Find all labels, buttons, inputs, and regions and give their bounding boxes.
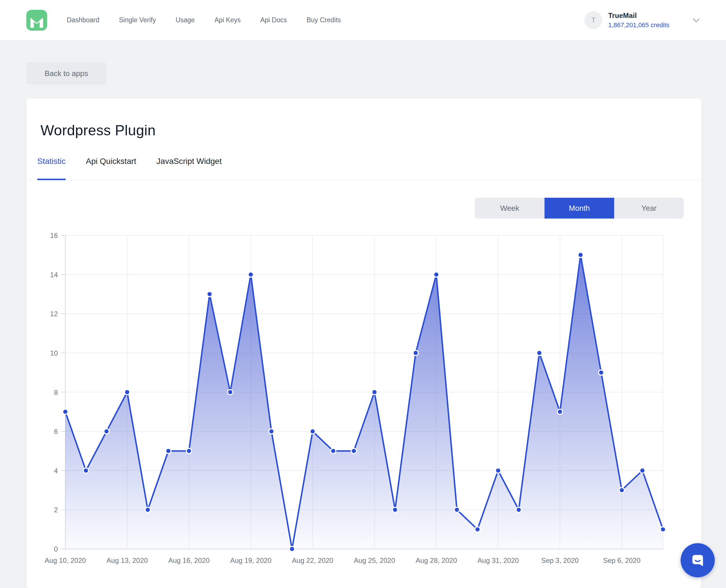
svg-text:8: 8 [54, 388, 58, 396]
account-credits[interactable]: 1,867,201,065 credits [608, 21, 669, 29]
chat-launcher-button[interactable] [681, 543, 715, 577]
svg-text:Aug 19, 2020: Aug 19, 2020 [230, 556, 271, 564]
svg-text:12: 12 [50, 310, 58, 318]
nav-buy-credits[interactable]: Buy Credits [307, 16, 341, 24]
nav-usage[interactable]: Usage [175, 16, 194, 24]
svg-text:6: 6 [54, 427, 58, 435]
svg-text:Aug 13, 2020: Aug 13, 2020 [107, 556, 148, 564]
chevron-down-icon[interactable] [692, 16, 701, 25]
range-month-button[interactable]: Month [544, 198, 614, 218]
top-nav-bar: Dashboard Single Verify Usage Api Keys A… [0, 0, 726, 40]
svg-text:0: 0 [54, 545, 58, 553]
nav-api-docs[interactable]: Api Docs [260, 16, 287, 24]
usage-area-chart: 0246810121416Aug 10, 2020Aug 13, 2020Aug… [29, 226, 682, 575]
range-year-button[interactable]: Year [614, 198, 684, 218]
svg-text:Sep 6, 2020: Sep 6, 2020 [603, 556, 640, 564]
svg-text:Aug 22, 2020: Aug 22, 2020 [292, 556, 333, 564]
range-week-button[interactable]: Week [475, 198, 544, 218]
account-name: TrueMail [608, 12, 669, 20]
tab-api-quickstart[interactable]: Api Quickstart [86, 157, 136, 180]
tab-javascript-widget[interactable]: JavaScript Widget [156, 157, 222, 180]
svg-text:Sep 3, 2020: Sep 3, 2020 [541, 556, 579, 564]
svg-text:16: 16 [50, 232, 58, 239]
usage-chart: 0246810121416Aug 10, 2020Aug 13, 2020Aug… [29, 226, 682, 575]
chat-bubble-icon [688, 551, 707, 569]
svg-text:2: 2 [54, 506, 58, 514]
nav-dashboard[interactable]: Dashboard [67, 16, 100, 24]
back-to-apps-button[interactable]: Back to apps [26, 62, 106, 85]
avatar: T [584, 11, 602, 29]
avatar-initial: T [591, 16, 596, 24]
tabs-row: Statistic Api Quickstart JavaScript Widg… [26, 157, 701, 181]
svg-text:4: 4 [54, 467, 58, 475]
mail-m-logo-icon [26, 10, 47, 30]
svg-text:Aug 28, 2020: Aug 28, 2020 [415, 556, 457, 564]
account-menu[interactable]: T TrueMail 1,867,201,065 credits [584, 11, 701, 29]
svg-text:Aug 16, 2020: Aug 16, 2020 [168, 556, 210, 564]
svg-text:14: 14 [50, 271, 58, 279]
main-nav: Dashboard Single Verify Usage Api Keys A… [67, 16, 341, 24]
account-info: TrueMail 1,867,201,065 credits [608, 12, 669, 29]
svg-text:Aug 31, 2020: Aug 31, 2020 [477, 556, 519, 564]
page-title: Wordpress Plugin [40, 122, 701, 139]
svg-text:10: 10 [50, 349, 58, 357]
svg-text:Aug 25, 2020: Aug 25, 2020 [354, 556, 395, 564]
tab-statistic[interactable]: Statistic [37, 157, 66, 180]
svg-text:Aug 10, 2020: Aug 10, 2020 [45, 556, 86, 564]
app-statistics-card: Wordpress Plugin Statistic Api Quickstar… [26, 98, 701, 588]
nav-api-keys[interactable]: Api Keys [214, 16, 241, 24]
nav-single-verify[interactable]: Single Verify [119, 16, 156, 24]
truemail-logo[interactable] [26, 10, 47, 30]
range-toggle: Week Month Year [475, 198, 684, 218]
